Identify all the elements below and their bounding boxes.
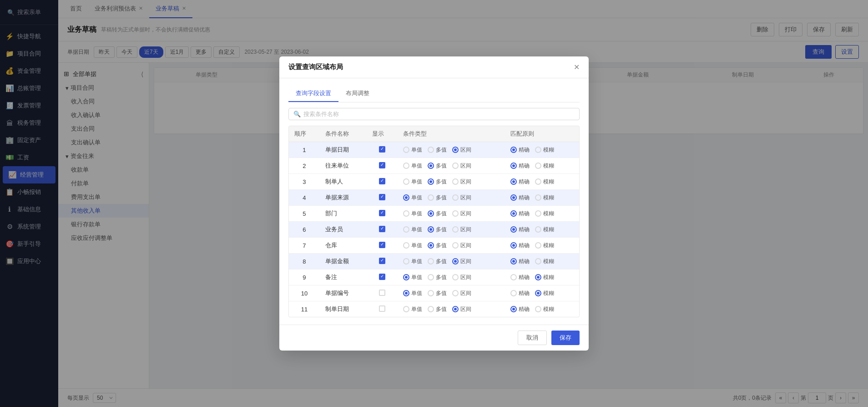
radio-circle-single-3 (403, 194, 409, 201)
cond-radio-range-10[interactable]: 区间 (452, 305, 471, 313)
radio-circle-range-6 (452, 242, 459, 249)
cond-radio-range-7[interactable]: 区间 (452, 258, 471, 265)
show-checkbox-9[interactable] (379, 290, 385, 296)
show-checkbox-7[interactable] (379, 258, 385, 264)
match-radio-exact-10[interactable]: 精确 (510, 305, 530, 313)
match-radio-fuzzy-4[interactable]: 模糊 (535, 210, 554, 218)
row-show-5[interactable] (367, 222, 398, 238)
cond-radio-multi-7[interactable]: 多值 (428, 258, 447, 265)
modal-search-input[interactable] (303, 111, 575, 117)
cond-radio-multi-2[interactable]: 多值 (428, 178, 447, 186)
cond-radio-single-4[interactable]: 单值 (403, 210, 422, 218)
row-show-4[interactable] (367, 206, 398, 222)
row-show-7[interactable] (367, 254, 398, 270)
cond-radio-range-3[interactable]: 区间 (452, 194, 471, 202)
cond-radio-range-6[interactable]: 区间 (452, 242, 471, 249)
show-checkbox-2[interactable] (379, 178, 385, 184)
cond-radio-multi-4[interactable]: 多值 (428, 210, 447, 218)
condition-type-group-1: 单值多值区间 (403, 162, 500, 170)
cond-radio-single-2[interactable]: 单值 (403, 178, 422, 186)
match-radio-exact-0[interactable]: 精确 (510, 146, 530, 154)
match-radio-fuzzy-2[interactable]: 模糊 (535, 178, 554, 186)
match-circle-fuzzy-3 (535, 194, 541, 201)
cond-radio-single-3[interactable]: 单值 (403, 194, 422, 202)
match-group-2: 精确模糊 (510, 178, 574, 186)
match-radio-fuzzy-3[interactable]: 模糊 (535, 194, 554, 202)
match-circle-fuzzy-7 (535, 258, 541, 265)
row-show-10[interactable] (367, 301, 398, 317)
modal-close-button[interactable]: ✕ (574, 63, 580, 71)
match-radio-exact-2[interactable]: 精确 (510, 178, 530, 186)
match-radio-fuzzy-6[interactable]: 模糊 (535, 242, 554, 249)
show-checkbox-6[interactable] (379, 242, 385, 248)
cond-radio-range-5[interactable]: 区间 (452, 226, 471, 234)
cond-radio-range-1[interactable]: 区间 (452, 162, 471, 170)
modal-tab-0[interactable]: 查询字段设置 (288, 86, 338, 102)
cond-radio-multi-8[interactable]: 多值 (428, 274, 447, 281)
match-radio-fuzzy-10[interactable]: 模糊 (535, 305, 554, 313)
match-radio-fuzzy-0[interactable]: 模糊 (535, 146, 554, 154)
match-circle-exact-10 (510, 306, 517, 312)
cond-radio-multi-9[interactable]: 多值 (428, 290, 447, 297)
match-radio-fuzzy-1[interactable]: 模糊 (535, 162, 554, 170)
cond-radio-range-4[interactable]: 区间 (452, 210, 471, 218)
cancel-button[interactable]: 取消 (518, 331, 547, 345)
match-radio-exact-9[interactable]: 精确 (510, 290, 530, 297)
match-radio-exact-8[interactable]: 精确 (510, 274, 530, 281)
condition-type-group-6: 单值多值区间 (403, 242, 500, 249)
cond-radio-single-9[interactable]: 单值 (403, 290, 422, 297)
modal-tab-1[interactable]: 布局调整 (338, 86, 377, 102)
row-show-0[interactable] (367, 142, 398, 158)
match-radio-exact-7[interactable]: 精确 (510, 258, 530, 265)
radio-circle-range-8 (452, 274, 459, 280)
cond-radio-range-9[interactable]: 区间 (452, 290, 471, 297)
match-radio-exact-3[interactable]: 精确 (510, 194, 530, 202)
modal-search-box[interactable]: 🔍 (288, 108, 580, 120)
cond-radio-multi-6[interactable]: 多值 (428, 242, 447, 249)
show-checkbox-10[interactable] (379, 305, 385, 312)
radio-circle-range-0 (452, 147, 459, 153)
show-checkbox-0[interactable] (379, 146, 385, 153)
cond-radio-range-8[interactable]: 区间 (452, 274, 471, 281)
modal-save-button[interactable]: 保存 (551, 331, 580, 345)
show-checkbox-5[interactable] (379, 226, 385, 232)
match-radio-exact-5[interactable]: 精确 (510, 226, 530, 234)
show-checkbox-8[interactable] (379, 274, 385, 280)
row-name-7: 单据金额 (320, 254, 367, 270)
match-radio-fuzzy-9[interactable]: 模糊 (535, 290, 554, 297)
show-checkbox-4[interactable] (379, 210, 385, 216)
row-show-8[interactable] (367, 270, 398, 285)
show-checkbox-1[interactable] (379, 162, 385, 168)
cond-radio-single-10[interactable]: 单值 (403, 305, 422, 313)
cond-radio-single-7[interactable]: 单值 (403, 258, 422, 265)
cond-radio-single-1[interactable]: 单值 (403, 162, 422, 170)
show-checkbox-3[interactable] (379, 194, 385, 200)
match-radio-exact-6[interactable]: 精确 (510, 242, 530, 249)
match-radio-exact-4[interactable]: 精确 (510, 210, 530, 218)
cond-radio-range-0[interactable]: 区间 (452, 146, 471, 154)
modal-row-6: 7仓库单值多值区间精确模糊 (289, 238, 579, 254)
cond-radio-range-2[interactable]: 区间 (452, 178, 471, 186)
row-show-1[interactable] (367, 158, 398, 174)
cond-radio-multi-3[interactable]: 多值 (428, 194, 447, 202)
row-show-9[interactable] (367, 285, 398, 301)
row-order-0: 1 (289, 142, 320, 158)
cond-radio-multi-5[interactable]: 多值 (428, 226, 447, 234)
modal-col-4: 匹配原则 (505, 126, 579, 142)
match-radio-fuzzy-5[interactable]: 模糊 (535, 226, 554, 234)
row-show-2[interactable] (367, 174, 398, 190)
match-radio-fuzzy-8[interactable]: 模糊 (535, 274, 554, 281)
radio-circle-single-10 (403, 306, 409, 312)
cond-radio-single-6[interactable]: 单值 (403, 242, 422, 249)
row-order-1: 2 (289, 158, 320, 174)
cond-radio-single-0[interactable]: 单值 (403, 146, 422, 154)
cond-radio-multi-0[interactable]: 多值 (428, 146, 447, 154)
row-show-3[interactable] (367, 190, 398, 206)
match-radio-fuzzy-7[interactable]: 模糊 (535, 258, 554, 265)
row-show-6[interactable] (367, 238, 398, 254)
cond-radio-single-8[interactable]: 单值 (403, 274, 422, 281)
cond-radio-multi-1[interactable]: 多值 (428, 162, 447, 170)
match-radio-exact-1[interactable]: 精确 (510, 162, 530, 170)
cond-radio-multi-10[interactable]: 多值 (428, 305, 447, 313)
cond-radio-single-5[interactable]: 单值 (403, 226, 422, 234)
